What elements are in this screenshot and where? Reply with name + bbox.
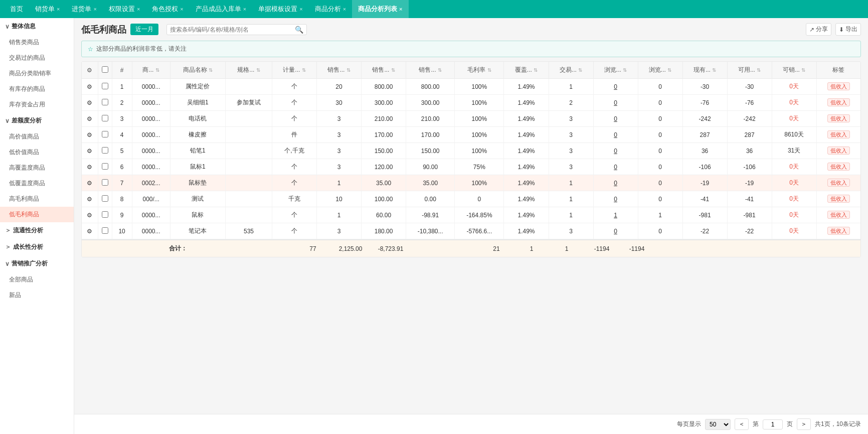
share-button[interactable]: ↗ 分享: [806, 23, 831, 36]
sidebar-item-category-rate[interactable]: 商品分类助销率: [0, 66, 74, 81]
col-current[interactable]: 现有... ⇅: [682, 62, 727, 79]
sidebar-item-high-coverage[interactable]: 高覆盖度商品: [0, 160, 74, 176]
settings-icon[interactable]: ⚙: [87, 180, 92, 187]
sidebar-item-high-value[interactable]: 高价值商品: [0, 129, 74, 144]
close-purchase-icon[interactable]: ×: [93, 6, 96, 12]
cell-checkbox[interactable]: [98, 223, 112, 239]
settings-icon[interactable]: ⚙: [87, 131, 92, 138]
row-checkbox-1[interactable]: [102, 99, 108, 105]
sidebar-item-low-margin[interactable]: 低毛利商品: [0, 207, 74, 222]
col-browse2[interactable]: 浏览... ⇅: [638, 62, 682, 79]
col-cover-rate[interactable]: 覆盖... ⇅: [504, 62, 549, 79]
search-icon[interactable]: 🔍: [295, 26, 303, 34]
row-checkbox-0[interactable]: [102, 83, 108, 89]
col-salable[interactable]: 可销... ⇅: [772, 62, 816, 79]
settings-icon[interactable]: ⚙: [87, 83, 92, 90]
sidebar-group-overall[interactable]: ∨ 整体信息: [0, 18, 74, 35]
cell-browse1[interactable]: 0: [593, 143, 638, 159]
nav-item-analysis[interactable]: 商品分析 ×: [309, 0, 352, 18]
settings-icon[interactable]: ⚙: [87, 99, 92, 106]
cell-checkbox[interactable]: [98, 191, 112, 207]
sidebar-group-value[interactable]: ∨ 差额度分析: [0, 112, 74, 129]
col-trade-count[interactable]: 交易... ⇅: [549, 62, 593, 79]
cell-browse1[interactable]: 0: [593, 95, 638, 111]
cell-settings[interactable]: ⚙: [82, 191, 98, 207]
nav-item-product-stock[interactable]: 产品成品入库单 ×: [190, 0, 252, 18]
col-settings[interactable]: ⚙: [82, 62, 98, 79]
cell-browse1[interactable]: 0: [593, 111, 638, 127]
nav-item-permissions[interactable]: 权限设置 ×: [103, 0, 146, 18]
row-checkbox-2[interactable]: [102, 115, 108, 121]
next-page-button[interactable]: ＞: [797, 418, 811, 430]
cell-checkbox[interactable]: [98, 111, 112, 127]
close-product-stock-icon[interactable]: ×: [243, 6, 246, 12]
col-checkbox-all[interactable]: [98, 62, 112, 79]
row-checkbox-9[interactable]: [102, 227, 108, 234]
cell-browse1[interactable]: 0: [593, 191, 638, 207]
page-number-input[interactable]: [763, 419, 783, 429]
cell-checkbox[interactable]: [98, 79, 112, 95]
cell-checkbox[interactable]: [98, 95, 112, 111]
sidebar-item-all-goods[interactable]: 全部商品: [0, 272, 74, 287]
col-sale-amount[interactable]: 销售... ⇅: [406, 62, 455, 79]
cell-checkbox[interactable]: [98, 159, 112, 175]
sidebar-item-sales-goods[interactable]: 销售类商品: [0, 35, 74, 50]
cell-browse1[interactable]: 1: [593, 207, 638, 223]
sidebar-group-marketing[interactable]: ∨ 营销推广分析: [0, 255, 74, 272]
nav-item-purchase[interactable]: 进货单 ×: [66, 0, 102, 18]
settings-icon[interactable]: ⚙: [87, 196, 92, 203]
cell-settings[interactable]: ⚙: [82, 127, 98, 143]
sidebar-item-traded-goods[interactable]: 交易过的商品: [0, 50, 74, 66]
settings-icon[interactable]: ⚙: [87, 115, 92, 122]
sidebar-item-high-margin[interactable]: 高毛利商品: [0, 191, 74, 207]
cell-settings[interactable]: ⚙: [82, 175, 98, 191]
filter-button[interactable]: 近一月: [130, 24, 158, 35]
col-sale-price[interactable]: 销售... ⇅: [362, 62, 406, 79]
cell-settings[interactable]: ⚙: [82, 223, 98, 239]
settings-icon[interactable]: ⚙: [87, 164, 92, 171]
col-code[interactable]: 商... ⇅: [132, 62, 170, 79]
cell-browse1[interactable]: 0: [593, 159, 638, 175]
col-available[interactable]: 可用... ⇅: [727, 62, 772, 79]
col-unit[interactable]: 计量... ⇅: [272, 62, 317, 79]
cell-browse1[interactable]: 0: [593, 175, 638, 191]
cell-checkbox[interactable]: [98, 175, 112, 191]
export-button[interactable]: ⬇ 导出: [835, 23, 861, 36]
sidebar-group-circulation[interactable]: ＞ 流通性分析: [0, 222, 74, 239]
close-roles-icon[interactable]: ×: [180, 6, 183, 12]
row-checkbox-3[interactable]: [102, 131, 108, 137]
per-page-select[interactable]: 50 100: [705, 419, 731, 430]
close-permissions-icon[interactable]: ×: [137, 6, 140, 12]
row-checkbox-8[interactable]: [102, 211, 108, 218]
sidebar-item-new-goods[interactable]: 新品: [0, 287, 74, 303]
cell-browse1[interactable]: 0: [593, 223, 638, 239]
prev-page-button[interactable]: ＜: [735, 418, 749, 430]
nav-item-roles[interactable]: 角色授权 ×: [146, 0, 189, 18]
close-analysis-icon[interactable]: ×: [343, 6, 346, 12]
cell-browse1[interactable]: 0: [593, 127, 638, 143]
settings-icon[interactable]: ⚙: [87, 212, 92, 219]
cell-settings[interactable]: ⚙: [82, 111, 98, 127]
col-name[interactable]: 商品名称 ⇅: [170, 62, 225, 79]
settings-icon[interactable]: ⚙: [87, 148, 92, 155]
col-spec[interactable]: 规格... ⇅: [225, 62, 272, 79]
close-template-icon[interactable]: ×: [299, 6, 302, 12]
settings-icon[interactable]: ⚙: [87, 228, 92, 235]
cell-settings[interactable]: ⚙: [82, 159, 98, 175]
nav-item-home[interactable]: 首页: [4, 0, 29, 18]
sidebar-item-in-stock[interactable]: 有库存的商品: [0, 81, 74, 97]
cell-settings[interactable]: ⚙: [82, 79, 98, 95]
cell-checkbox[interactable]: [98, 207, 112, 223]
close-analysis-list-icon[interactable]: ×: [399, 6, 402, 12]
cell-settings[interactable]: ⚙: [82, 143, 98, 159]
row-checkbox-5[interactable]: [102, 163, 108, 170]
cell-settings[interactable]: ⚙: [82, 95, 98, 111]
sidebar-group-growth[interactable]: ＞ 成长性分析: [0, 239, 74, 255]
col-gross-rate[interactable]: 毛利率 ⇅: [455, 62, 504, 79]
select-all-checkbox[interactable]: [102, 66, 108, 73]
col-browse1[interactable]: 浏览... ⇅: [593, 62, 638, 79]
cell-checkbox[interactable]: [98, 143, 112, 159]
search-input[interactable]: [170, 26, 295, 33]
sidebar-item-low-coverage[interactable]: 低覆盖度商品: [0, 176, 74, 191]
close-sales-icon[interactable]: ×: [57, 6, 60, 12]
